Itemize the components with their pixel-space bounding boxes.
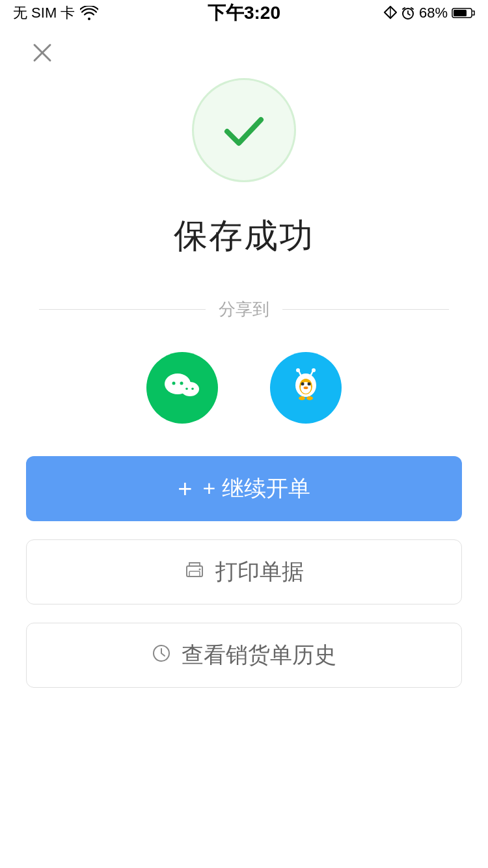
location-icon xyxy=(384,6,397,20)
divider-line-left xyxy=(39,309,206,310)
sim-label: 无 SIM 卡 xyxy=(13,3,75,23)
success-icon-container xyxy=(192,78,296,182)
checkmark-icon xyxy=(218,104,270,156)
divider-line-right xyxy=(282,309,449,310)
qq-icon xyxy=(284,366,328,410)
svg-point-25 xyxy=(199,568,201,570)
svg-point-21 xyxy=(296,368,300,372)
clock-icon xyxy=(152,644,171,668)
share-section: 分享到 xyxy=(0,298,488,424)
svg-point-9 xyxy=(185,388,188,390)
svg-point-14 xyxy=(301,383,305,386)
svg-point-8 xyxy=(180,382,183,385)
continue-button[interactable]: + + 继续开单 xyxy=(26,456,462,521)
svg-point-18 xyxy=(306,396,313,400)
share-icons xyxy=(39,352,449,424)
battery-label: 68% xyxy=(419,5,448,21)
share-divider: 分享到 xyxy=(39,298,449,321)
svg-point-16 xyxy=(304,387,308,389)
history-label: 查看销货单历史 xyxy=(182,640,336,670)
svg-point-7 xyxy=(172,382,176,385)
continue-label: + 继续开单 xyxy=(202,474,310,504)
success-title: 保存成功 xyxy=(174,213,314,259)
print-button[interactable]: 打印单据 xyxy=(26,539,462,604)
print-icon xyxy=(184,560,205,584)
wechat-icon xyxy=(160,366,204,410)
svg-rect-24 xyxy=(189,571,200,576)
svg-rect-2 xyxy=(454,10,467,16)
close-button[interactable] xyxy=(26,36,59,69)
history-button[interactable]: 查看销货单历史 xyxy=(26,623,462,688)
alarm-icon xyxy=(401,6,415,20)
svg-point-17 xyxy=(299,396,305,400)
status-time: 下午3:20 xyxy=(208,1,280,25)
battery-icon xyxy=(452,7,475,19)
print-label: 打印单据 xyxy=(215,557,304,587)
qq-share-button[interactable] xyxy=(270,352,342,424)
svg-point-22 xyxy=(312,368,316,372)
action-buttons: + + 继续开单 打印单据 查看销货单历 xyxy=(0,456,488,688)
share-label: 分享到 xyxy=(219,298,269,321)
svg-point-6 xyxy=(181,382,199,396)
svg-point-10 xyxy=(191,388,194,390)
svg-point-15 xyxy=(308,383,311,386)
status-bar: 无 SIM 卡 下午3:20 68% xyxy=(0,0,488,26)
main-content: 保存成功 分享到 xyxy=(0,26,488,688)
status-right: 68% xyxy=(384,5,475,21)
wechat-share-button[interactable] xyxy=(146,352,218,424)
wifi-icon xyxy=(80,6,98,20)
plus-icon: + xyxy=(178,475,192,503)
status-left: 无 SIM 卡 xyxy=(13,3,98,23)
